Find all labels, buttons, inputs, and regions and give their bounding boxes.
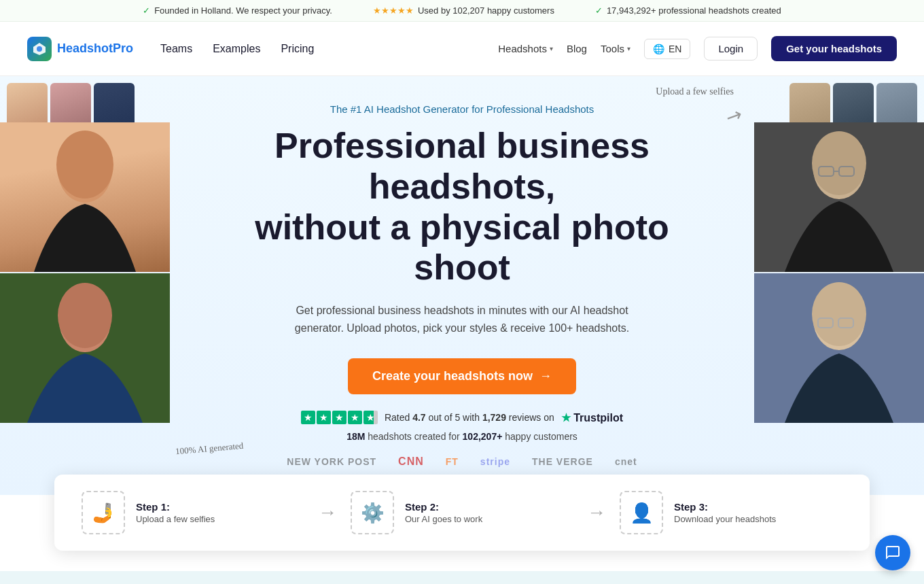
hero-subtitle: The #1 AI Headshot Generator for Profess… — [238, 103, 686, 115]
topbar-item-1: ✓ Founded in Holland. We respect your pr… — [143, 5, 332, 16]
nav-tools-label: Tools — [601, 43, 624, 54]
press-logo-cnet: cnet — [615, 456, 637, 467]
nav-headshots-dropdown[interactable]: Headshots ▾ — [498, 43, 553, 54]
logo-icon — [27, 37, 52, 61]
check-icon-3: ✓ — [595, 5, 603, 16]
stars-icon: ★★★★★ — [373, 5, 414, 16]
star-5: ★ — [363, 411, 378, 424]
chat-icon — [885, 545, 901, 561]
headshots-count-row: 18M headshots created for 102,207+ happy… — [346, 431, 578, 442]
topbar-text-2: Used by 102,207 happy customers — [418, 5, 554, 16]
hero-title-line1: Professional business headshots, — [274, 126, 650, 206]
nav-teams[interactable]: Teams — [160, 43, 192, 55]
nav-tools-dropdown[interactable]: Tools ▾ — [601, 43, 630, 54]
trustpilot-stars: ★ ★ ★ ★ ★ — [301, 411, 378, 424]
nav-headshots-label: Headshots — [498, 43, 547, 54]
nav-right: Headshots ▾ Blog Tools ▾ 🌐 EN Login Get … — [498, 36, 897, 61]
step-3: 👤 Step 3: Download your headshots — [620, 491, 842, 534]
svg-point-1 — [37, 46, 42, 52]
step-3-desc: Download your headshots — [674, 514, 776, 524]
press-logo-nypost: NEW YORK POST — [287, 456, 376, 467]
press-logos-row: NEW YORK POST CNN FT stripe THE VERGE cn… — [287, 456, 637, 468]
trust-out-of: out of 5 with — [429, 412, 480, 423]
step-3-content: Step 3: Download your headshots — [674, 501, 776, 524]
header: HeadshotPro Teams Examples Pricing Heads… — [0, 22, 924, 76]
hero-cta-button[interactable]: Create your headshots now → — [348, 358, 576, 394]
step-2-desc: Our AI goes to work — [405, 514, 482, 524]
features-section: All photoshoots include: ✓ Done in 2 hou… — [0, 571, 924, 584]
hero-photo-right-top — [754, 122, 924, 272]
step-2-title: Step 2: — [405, 501, 482, 513]
step-1: 🤳 Step 1: Upload a few selfies — [82, 491, 304, 534]
trustpilot-label: Trustpilot — [573, 412, 623, 424]
hero-description: Get professional business headshots in m… — [272, 302, 652, 337]
step-1-content: Step 1: Upload a few selfies — [136, 501, 215, 524]
star-1: ★ — [301, 411, 315, 424]
chevron-down-icon-tools: ▾ — [627, 45, 630, 52]
step-2: ⚙️ Step 2: Our AI goes to work — [351, 491, 573, 534]
ai-processing-icon: ⚙️ — [361, 502, 385, 524]
arrow-icon: → — [539, 369, 552, 383]
svg-point-15 — [812, 282, 866, 346]
hero-photo-left-bottom — [0, 273, 170, 423]
headshots-text: headshots created for — [368, 431, 459, 442]
globe-icon: 🌐 — [653, 44, 664, 54]
trust-score: 4.7 — [412, 412, 425, 423]
step-3-icon: 👤 — [620, 491, 663, 534]
language-button[interactable]: 🌐 EN — [644, 39, 690, 59]
logo[interactable]: HeadshotPro — [27, 37, 133, 61]
top-bar: ✓ Founded in Holland. We respect your pr… — [0, 0, 924, 22]
svg-point-3 — [56, 131, 113, 199]
login-button[interactable]: Login — [704, 37, 758, 61]
hero-title-line2: without a physical photo shoot — [255, 207, 669, 288]
trust-section: ★ ★ ★ ★ ★ Rated 4.7 out of 5 with 1,729 … — [238, 411, 686, 468]
trustpilot-star-icon: ★ — [561, 412, 571, 424]
step-1-desc: Upload a few selfies — [136, 514, 215, 524]
check-icon-1: ✓ — [143, 5, 150, 16]
logo-text: HeadshotPro — [57, 41, 133, 56]
download-icon: 👤 — [630, 502, 654, 524]
nav-blog[interactable]: Blog — [567, 43, 587, 54]
step-arrow-1: → — [304, 502, 351, 523]
trustpilot-row: ★ ★ ★ ★ ★ Rated 4.7 out of 5 with 1,729 … — [301, 411, 623, 424]
svg-point-6 — [58, 283, 112, 348]
step-3-title: Step 3: — [674, 501, 776, 513]
star-3: ★ — [332, 411, 346, 424]
trust-rated: Rated 4.7 out of 5 with 1,729 reviews on — [385, 412, 554, 423]
nav-left: Teams Examples Pricing — [160, 43, 314, 55]
step-arrow-2: → — [573, 502, 620, 523]
topbar-item-2: ★★★★★ Used by 102,207 happy customers — [373, 5, 554, 16]
trust-suffix: reviews on — [509, 412, 554, 423]
step-1-title: Step 1: — [136, 501, 215, 513]
star-4: ★ — [348, 411, 362, 424]
svg-point-9 — [812, 131, 866, 195]
hero-section: Upload a few selfies ↗ 100% AI generated… — [0, 76, 924, 495]
step-2-content: Step 2: Our AI goes to work — [405, 501, 482, 524]
headshots-suffix: happy customers — [505, 431, 578, 442]
step-1-icon: 🤳 — [82, 491, 125, 534]
topbar-text-3: 17,943,292+ professional headshots creat… — [607, 5, 781, 16]
lang-label: EN — [669, 44, 681, 54]
header-cta-button[interactable]: Get your headshots — [771, 36, 897, 61]
hero-photo-left-top — [0, 122, 170, 272]
headshots-number: 18M — [346, 431, 365, 442]
nav-examples[interactable]: Examples — [213, 43, 260, 55]
hero-title: Professional business headshots, without… — [238, 126, 686, 288]
upload-selfie-icon: 🤳 — [92, 502, 116, 524]
hero-photo-right-bottom — [754, 273, 924, 423]
nav-pricing[interactable]: Pricing — [281, 43, 314, 55]
press-logo-stripe: stripe — [480, 456, 510, 467]
headshots-customers: 102,207+ — [463, 431, 503, 442]
steps-bar: 🤳 Step 1: Upload a few selfies → ⚙️ Step… — [54, 475, 870, 551]
hero-content: The #1 AI Headshot Generator for Profess… — [224, 76, 700, 495]
chat-support-button[interactable] — [875, 535, 910, 570]
trust-reviews: 1,729 — [482, 412, 506, 423]
topbar-text-1: Founded in Holland. We respect your priv… — [154, 5, 332, 16]
step-2-icon: ⚙️ — [351, 491, 394, 534]
trustpilot-logo: ★ Trustpilot — [561, 411, 623, 424]
press-logo-theverge: THE VERGE — [532, 456, 593, 467]
star-2: ★ — [317, 411, 331, 424]
chevron-down-icon-headshots: ▾ — [550, 45, 553, 52]
hero-cta-label: Create your headshots now — [372, 369, 533, 383]
press-logo-cnn: CNN — [398, 456, 424, 468]
